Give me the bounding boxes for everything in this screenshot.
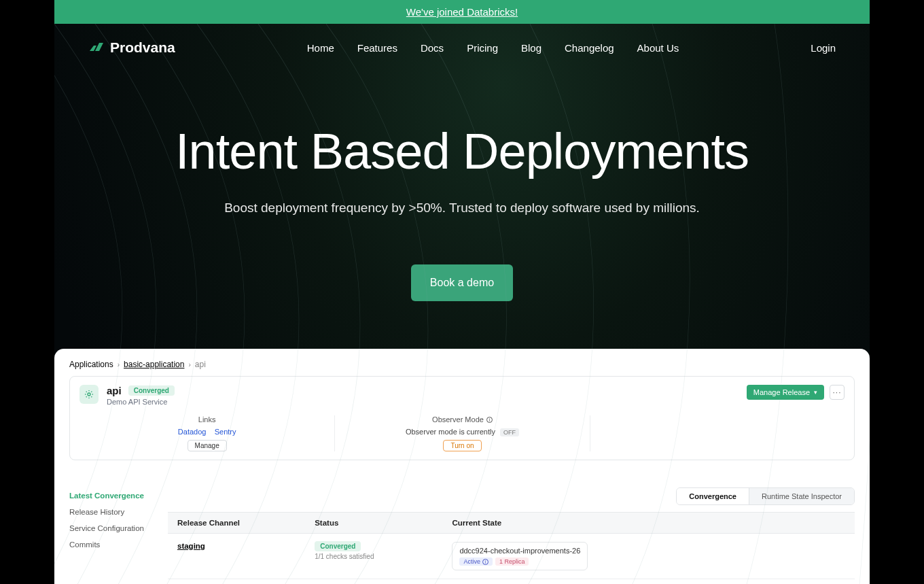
dashboard-preview: Applications › basic-application › api [54,349,870,584]
manage-release-button[interactable]: Manage Release ▾ [747,385,824,400]
sidenav-latest-convergence[interactable]: Latest Convergence [69,487,168,504]
crumb-current: api [195,360,206,369]
nav-blog[interactable]: Blog [521,42,541,54]
channel-link[interactable]: staging [177,542,205,550]
chevron-down-icon: ▾ [814,389,817,396]
status-badge: Converged [128,385,175,396]
ellipsis-icon: ··· [832,388,841,397]
logo[interactable]: Prodvana [88,39,175,56]
observer-text: Observer mode is currently [406,428,495,436]
observer-state: OFF [500,428,519,436]
empty-column [590,415,845,451]
announcement-banner: We've joined Databricks! [54,0,870,24]
book-demo-button[interactable]: Book a demo [411,264,513,301]
nav-changelog[interactable]: Changelog [565,42,614,54]
crumb-root[interactable]: Applications [69,360,113,369]
info-icon[interactable]: i [486,417,493,423]
chevron-right-icon: › [188,361,190,368]
breadcrumb: Applications › basic-application › api [69,358,855,376]
service-description: Demo API Service [107,398,175,406]
active-chip: Active i [459,557,493,566]
crumb-app[interactable]: basic-application [124,360,184,369]
nav-home[interactable]: Home [307,42,334,54]
checks-text: 1/1 checks satisfied [315,553,433,560]
links-column: Links Datadog Sentry Manage [79,415,334,451]
replica-chip: 1 Replica [495,557,529,566]
tab-convergence[interactable]: Convergence [677,488,749,504]
table-row: staging Converged 1/1 checks satisfied d… [168,534,855,579]
hero: Intent Based Deployments Boost deploymen… [54,71,870,349]
chevron-right-icon: › [118,361,120,368]
sidenav-service-configuration[interactable]: Service Configuration [69,520,168,536]
more-actions-button[interactable]: ··· [830,385,845,400]
tab-runtime-state-inspector[interactable]: Runtime State Inspector [749,488,854,504]
logo-text: Prodvana [110,39,175,56]
table-row: production-eu Converged 1/1 checks satis… [168,579,855,585]
hero-subtitle: Boost deployment frequency by >50%. Trus… [54,201,870,216]
nav-pricing[interactable]: Pricing [467,42,498,54]
top-nav: Prodvana Home Features Docs Pricing Blog… [54,24,870,71]
release-channels-table: Release Channel Status Current State sta… [168,512,855,584]
col-current-state: Current State [442,513,855,534]
manage-links-button[interactable]: Manage [188,440,227,451]
sidenav-release-history[interactable]: Release History [69,504,168,520]
service-gear-icon [79,385,99,404]
service-card: api Converged Demo API Service Manage Re… [69,376,855,460]
link-datadog[interactable]: Datadog [178,428,207,436]
nav-docs[interactable]: Docs [421,42,444,54]
service-name: api [107,385,122,396]
info-icon: i [482,559,488,565]
nav-features[interactable]: Features [357,42,397,54]
svg-point-0 [88,393,90,396]
view-segment: Convergence Runtime State Inspector [676,487,855,505]
nav-about[interactable]: About Us [637,42,679,54]
col-status: Status [305,513,442,534]
link-sentry[interactable]: Sentry [215,428,236,436]
announcement-link[interactable]: We've joined Databricks! [406,6,518,18]
hero-title: Intent Based Deployments [54,122,870,180]
observer-turn-on-button[interactable]: Turn on [443,440,481,451]
col-release-channel: Release Channel [168,513,305,534]
logo-icon [88,41,105,54]
sidenav-commits[interactable]: Commits [69,536,168,553]
observer-title: Observer Mode [432,415,484,424]
observer-column: Observer Mode i Observer mode is current… [334,415,589,451]
section-sidenav: Latest Convergence Release History Servi… [69,487,168,584]
links-title: Links [86,415,327,424]
version-text: ddcc924-checkout-improvements-26 [459,547,580,555]
status-badge: Converged [315,541,361,551]
current-state-box: ddcc924-checkout-improvements-26 Active … [452,542,588,570]
nav-login[interactable]: Login [811,42,836,54]
